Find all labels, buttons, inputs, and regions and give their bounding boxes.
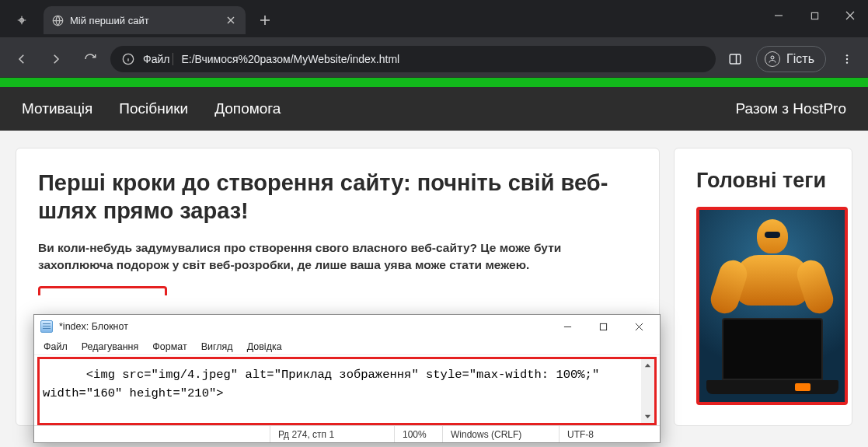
status-zoom: 100% <box>394 426 442 442</box>
browser-tab[interactable]: Мій перший сайт <box>44 6 246 34</box>
close-icon[interactable] <box>224 13 238 27</box>
article-lead: Ви коли-небудь задумувалися про створенн… <box>38 239 637 274</box>
status-eol: Windows (CRLF) <box>442 426 559 442</box>
article-image-outline <box>38 286 167 295</box>
browser-titlebar: Мій перший сайт <box>0 0 868 37</box>
svg-point-8 <box>846 61 848 63</box>
tab-title: Мій перший сайт <box>70 15 218 26</box>
profile-label: Гість <box>786 52 814 66</box>
omnibox-file-chip: Файл <box>143 53 173 65</box>
back-button[interactable] <box>8 45 36 73</box>
close-window-button[interactable] <box>832 0 868 31</box>
omnibox-url: E:/Вчимося%20разом/MyWebsite/index.html <box>181 53 399 65</box>
avatar-icon <box>765 51 780 67</box>
article-title: Перші кроки до створення сайту: почніть … <box>38 169 637 225</box>
sidebar-card: Головні теги <box>674 148 852 426</box>
notepad-scrollbar[interactable] <box>641 359 654 423</box>
scroll-up-icon[interactable] <box>641 359 654 372</box>
new-tab-button[interactable] <box>253 9 277 32</box>
status-encoding: UTF-8 <box>559 426 660 442</box>
notepad-text-area[interactable]: <img src="img/4.jpeg" alt="Приклад зобра… <box>40 359 641 423</box>
globe-icon <box>51 14 64 26</box>
notepad-menu-view[interactable]: Вигляд <box>195 340 239 354</box>
svg-point-7 <box>846 58 848 59</box>
reload-button[interactable] <box>76 45 104 73</box>
site-info-icon[interactable] <box>121 52 135 66</box>
site-nav: Мотивація Посібники Допомога Разом з Hos… <box>0 87 868 131</box>
address-bar[interactable]: Файл E:/Вчимося%20разом/MyWebsite/index.… <box>110 46 716 72</box>
svg-rect-2 <box>811 12 817 19</box>
sidebar-image <box>696 207 848 405</box>
svg-rect-4 <box>730 54 741 64</box>
notepad-menubar: Файл Редагування Формат Вигляд Довідка <box>34 338 660 355</box>
notepad-window: *index: Блокнот Файл Редагування Формат … <box>33 314 661 443</box>
notepad-titlebar[interactable]: *index: Блокнот <box>34 315 660 338</box>
notepad-statusbar: Рд 274, стп 1 100% Windows (CRLF) UTF-8 <box>34 425 660 442</box>
svg-rect-9 <box>600 323 606 330</box>
nav-link-help[interactable]: Допомога <box>214 100 281 117</box>
site-accent-bar <box>0 78 868 87</box>
nav-link-hostpro[interactable]: Разом з HostPro <box>736 100 846 117</box>
notepad-maximize-button[interactable] <box>585 316 621 337</box>
notepad-menu-help[interactable]: Довідка <box>241 340 288 354</box>
notepad-close-button[interactable] <box>621 316 657 337</box>
nav-link-guides[interactable]: Посібники <box>119 100 188 117</box>
notepad-menu-file[interactable]: Файл <box>37 340 74 354</box>
side-panel-button[interactable] <box>722 46 748 72</box>
minimize-button[interactable] <box>761 0 797 31</box>
notepad-icon <box>40 320 53 333</box>
status-position: Рд 274, стп 1 <box>270 426 394 442</box>
svg-point-6 <box>846 54 848 56</box>
window-controls <box>761 0 868 31</box>
scroll-down-icon[interactable] <box>641 410 654 423</box>
maximize-button[interactable] <box>797 0 832 31</box>
notepad-menu-edit[interactable]: Редагування <box>75 340 145 354</box>
notepad-menu-format[interactable]: Формат <box>146 340 193 354</box>
sidebar-title: Головні теги <box>696 169 830 193</box>
kebab-menu-button[interactable] <box>834 46 860 72</box>
profile-button[interactable]: Гість <box>756 46 826 72</box>
forward-button[interactable] <box>42 45 70 73</box>
nav-link-motivation[interactable]: Мотивація <box>22 100 92 117</box>
browser-toolbar: Файл E:/Вчимося%20разом/MyWebsite/index.… <box>0 40 868 78</box>
svg-point-5 <box>771 56 774 59</box>
tab-search-button[interactable] <box>6 6 37 34</box>
notepad-title: *index: Блокнот <box>59 321 128 332</box>
notepad-minimize-button[interactable] <box>549 316 585 337</box>
